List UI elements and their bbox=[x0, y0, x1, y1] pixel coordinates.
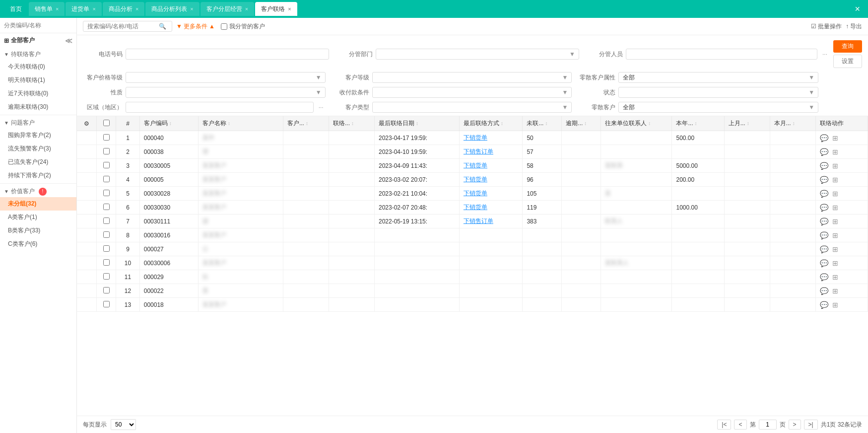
grid-action-icon-10[interactable]: ⊞ bbox=[832, 273, 838, 281]
page-next-btn[interactable]: > bbox=[789, 420, 801, 430]
row-checkbox-10[interactable] bbox=[103, 273, 110, 280]
row-checkbox-8[interactable] bbox=[103, 245, 110, 252]
retail-cust-select[interactable]: 全部 bbox=[618, 102, 818, 113]
grid-action-icon-8[interactable]: ⊞ bbox=[832, 245, 838, 253]
page-last-btn[interactable]: >| bbox=[804, 420, 818, 430]
page-number-input[interactable] bbox=[759, 420, 777, 430]
chat-icon-6[interactable]: 💬 bbox=[820, 217, 828, 225]
grid-action-icon-1[interactable]: ⊞ bbox=[832, 148, 838, 156]
tab-customer-contact[interactable]: 客户联络 × bbox=[255, 2, 297, 16]
batch-op-btn[interactable]: ☑ 批量操作 bbox=[811, 22, 842, 31]
sidebar-item-tomorrow[interactable]: 明天待联络(1) bbox=[0, 73, 76, 87]
th-this-month[interactable]: 本月...↕ bbox=[770, 116, 815, 131]
tab-sales-close[interactable]: × bbox=[56, 6, 59, 12]
customer-level-select[interactable] bbox=[372, 72, 572, 83]
sidebar-item-overdue[interactable]: 逾期未联络(30) bbox=[0, 100, 76, 114]
payment-select[interactable] bbox=[372, 87, 572, 98]
main-search-icon[interactable]: 🔍 bbox=[159, 23, 166, 30]
chat-icon-4[interactable]: 💬 bbox=[820, 190, 828, 198]
page-prev-btn[interactable]: < bbox=[734, 420, 746, 430]
grid-action-icon-6[interactable]: ⊞ bbox=[832, 217, 838, 225]
tab-analysis-close[interactable]: × bbox=[135, 6, 138, 12]
tab-analysis-list[interactable]: 商品分析列表 × bbox=[145, 2, 199, 16]
more-filter-btn[interactable]: ▼ 更多条件 ▲ bbox=[176, 22, 215, 31]
tab-sales[interactable]: 销售单 × bbox=[29, 2, 65, 16]
dept-select[interactable] bbox=[376, 49, 579, 60]
my-customer-checkbox[interactable] bbox=[221, 23, 227, 30]
grid-action-icon-0[interactable]: ⊞ bbox=[832, 134, 838, 142]
grid-action-icon-11[interactable]: ⊞ bbox=[832, 287, 838, 295]
grid-action-icon-9[interactable]: ⊞ bbox=[832, 259, 838, 267]
tab-analysis[interactable]: 商品分析 × bbox=[103, 2, 144, 16]
th-code[interactable]: 客户编码↕ bbox=[139, 116, 198, 131]
reset-btn[interactable]: 设置 bbox=[833, 55, 862, 68]
sidebar-search-input[interactable] bbox=[4, 22, 77, 29]
th-inter[interactable]: 往来单位联系人↕ bbox=[601, 116, 672, 131]
grid-action-icon-7[interactable]: ⊞ bbox=[832, 231, 838, 239]
tab-home[interactable]: 首页 bbox=[4, 2, 28, 16]
phone-input[interactable] bbox=[126, 49, 329, 60]
sidebar-score-group[interactable]: ▼ 价值客户 ! bbox=[0, 185, 76, 197]
chat-icon-2[interactable]: 💬 bbox=[820, 162, 828, 170]
chat-icon-1[interactable]: 💬 bbox=[820, 148, 828, 156]
th-this-year[interactable]: 本年...↕ bbox=[672, 116, 724, 131]
sidebar-item-a-class[interactable]: A类客户(1) bbox=[0, 211, 76, 224]
th-last-date[interactable]: 最后联络日期↕ bbox=[375, 116, 460, 131]
tab-customer-tier[interactable]: 客户分层经营 × bbox=[200, 2, 254, 16]
row-checkbox-7[interactable] bbox=[103, 231, 110, 238]
sidebar-item-ungroup[interactable]: 未分组(32) bbox=[0, 197, 76, 211]
person-input[interactable] bbox=[626, 49, 817, 60]
th-last-month[interactable]: 上月...↕ bbox=[724, 116, 770, 131]
tab-purchase[interactable]: 进货单 × bbox=[66, 2, 101, 16]
status-select[interactable] bbox=[618, 87, 818, 98]
grid-action-icon-5[interactable]: ⊞ bbox=[832, 204, 838, 212]
row-checkbox-2[interactable] bbox=[103, 162, 110, 168]
grid-action-icon-3[interactable]: ⊞ bbox=[832, 176, 838, 184]
person-more-btn[interactable]: ··· bbox=[820, 51, 829, 58]
grid-action-icon-4[interactable]: ⊞ bbox=[832, 190, 838, 198]
grid-action-icon-12[interactable]: ⊞ bbox=[832, 301, 838, 309]
sidebar-problem-group[interactable]: ▼ 问题客户 bbox=[0, 116, 76, 129]
th-name[interactable]: 客户名称↕ bbox=[199, 116, 283, 131]
tab-purchase-close[interactable]: × bbox=[92, 6, 95, 12]
price-level-select[interactable] bbox=[126, 72, 326, 83]
page-first-btn[interactable]: |< bbox=[717, 420, 731, 430]
tab-customer-contact-close[interactable]: × bbox=[288, 6, 291, 12]
nature-select[interactable] bbox=[126, 87, 326, 98]
chat-icon-7[interactable]: 💬 bbox=[820, 231, 828, 239]
sidebar-pending-group[interactable]: ▼ 待联络客户 bbox=[0, 48, 76, 60]
row-checkbox-12[interactable] bbox=[103, 301, 110, 307]
tab-analysis-list-close[interactable]: × bbox=[190, 6, 193, 12]
th-overdue[interactable]: 逾期...↕ bbox=[562, 116, 601, 131]
row-checkbox-6[interactable] bbox=[103, 217, 110, 224]
close-all-tabs[interactable]: × bbox=[851, 4, 864, 14]
chat-icon-0[interactable]: 💬 bbox=[820, 134, 828, 142]
export-btn[interactable]: ↑ 导出 bbox=[846, 22, 862, 31]
chat-icon-12[interactable]: 💬 bbox=[820, 301, 828, 309]
region-input[interactable] bbox=[126, 102, 314, 113]
th-uncontact[interactable]: 未联...↕ bbox=[523, 116, 562, 131]
sidebar-all-customers[interactable]: ⊞ 全部客户 ≪ bbox=[0, 33, 76, 48]
sidebar-collapse-btn[interactable]: ≪ bbox=[65, 37, 72, 45]
sidebar-item-churn-warn[interactable]: 流失预警客户(3) bbox=[0, 142, 76, 155]
sidebar-item-abnormal[interactable]: 囤购异常客户(2) bbox=[0, 129, 76, 142]
row-checkbox-9[interactable] bbox=[103, 259, 110, 266]
chat-icon-9[interactable]: 💬 bbox=[820, 259, 828, 267]
row-checkbox-0[interactable] bbox=[103, 134, 110, 141]
search-btn[interactable]: 查询 bbox=[833, 40, 862, 53]
th-type[interactable]: 客户...↕ bbox=[283, 116, 329, 131]
row-checkbox-4[interactable] bbox=[103, 190, 110, 196]
sidebar-item-7days[interactable]: 近7天待联络(0) bbox=[0, 87, 76, 100]
chat-icon-10[interactable]: 💬 bbox=[820, 273, 828, 281]
th-contact[interactable]: 联络...↕ bbox=[329, 116, 374, 131]
cust-type-select[interactable] bbox=[372, 102, 572, 113]
th-last-method[interactable]: 最后联络方式↕ bbox=[459, 116, 523, 131]
retail-attr-select[interactable]: 全部 bbox=[618, 72, 818, 83]
per-page-select[interactable]: 50 100 bbox=[111, 419, 136, 430]
th-gear[interactable]: ⚙ bbox=[77, 116, 96, 131]
sidebar-item-churned[interactable]: 已流失客户(24) bbox=[0, 155, 76, 169]
chat-icon-8[interactable]: 💬 bbox=[820, 245, 828, 253]
sidebar-item-b-class[interactable]: B类客户(33) bbox=[0, 224, 76, 237]
row-checkbox-3[interactable] bbox=[103, 176, 110, 182]
sidebar-item-c-class[interactable]: C类客户(6) bbox=[0, 237, 76, 251]
